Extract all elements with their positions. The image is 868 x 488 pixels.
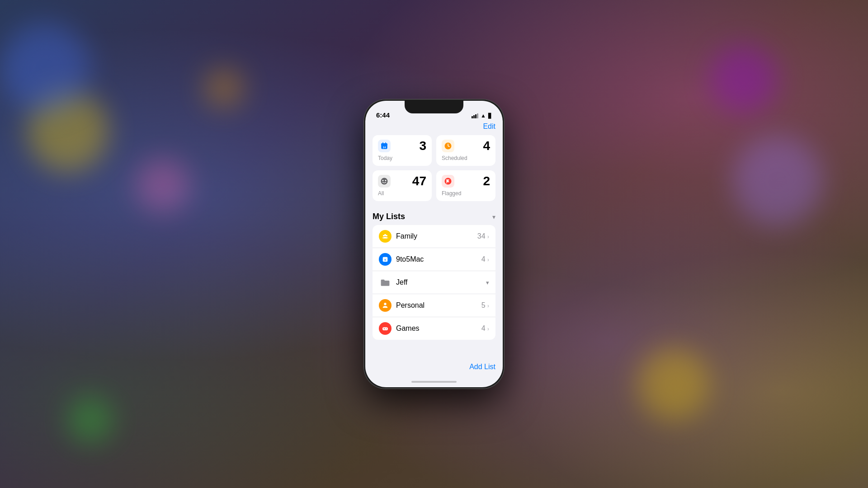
flagged-icon (442, 175, 454, 188)
family-icon (379, 230, 392, 243)
svg-rect-18 (382, 327, 388, 330)
add-list-button[interactable]: Add List (469, 363, 495, 371)
status-icons: ▲ ▊ (472, 113, 492, 119)
my-lists-title: My Lists (373, 212, 405, 221)
list-item-jeff[interactable]: Jeff ▾ (373, 271, 495, 294)
jeff-chevron: ▾ (486, 279, 489, 286)
family-chevron: › (487, 233, 489, 240)
games-count: 4 (481, 324, 486, 333)
flagged-count: 2 (483, 175, 490, 188)
9to5mac-chevron: › (487, 256, 489, 263)
today-label: Today (378, 155, 392, 161)
today-card[interactable]: 14 Today 3 (373, 135, 432, 166)
my-lists-header[interactable]: My Lists ▾ (373, 210, 495, 225)
flagged-card[interactable]: Flagged 2 (436, 170, 495, 201)
9to5mac-name: 9to5Mac (396, 255, 481, 263)
family-count: 34 (477, 232, 486, 240)
home-bar (411, 381, 457, 383)
list-item-9to5mac[interactable]: 9 9to5Mac 4 › (373, 248, 495, 271)
svg-point-14 (386, 235, 387, 236)
smart-lists-grid: 14 Today 3 (373, 135, 495, 201)
scheduled-label: Scheduled (442, 155, 467, 161)
svg-text:14: 14 (383, 146, 386, 149)
svg-rect-2 (381, 144, 387, 145)
wifi-icon: ▲ (481, 113, 486, 119)
list-item-personal[interactable]: Personal 5 › (373, 294, 495, 317)
games-chevron: › (487, 325, 489, 332)
jeff-name: Jeff (396, 278, 486, 286)
all-label: All (378, 190, 391, 197)
svg-point-7 (381, 178, 388, 185)
my-lists-chevron: ▾ (492, 213, 495, 221)
scheduled-count: 4 (483, 140, 490, 152)
home-indicator (365, 378, 503, 387)
jeff-folder-icon (379, 276, 392, 289)
all-count: 47 (412, 175, 426, 188)
battery-icon: ▊ (488, 113, 492, 119)
svg-point-21 (386, 328, 387, 328)
lists-container: Family 34 › 9 9to5Mac 4 (373, 225, 495, 340)
9to5mac-count: 4 (481, 255, 486, 263)
flagged-label: Flagged (442, 190, 461, 197)
family-name: Family (396, 232, 477, 240)
list-item-family[interactable]: Family 34 › (373, 225, 495, 248)
svg-point-8 (382, 180, 384, 181)
all-icon (378, 175, 391, 188)
svg-point-12 (384, 234, 387, 236)
edit-button[interactable]: Edit (483, 122, 495, 131)
svg-point-9 (385, 180, 387, 181)
bottom-bar: Add List (365, 359, 503, 378)
phone-notch (405, 101, 463, 113)
personal-name: Personal (396, 301, 481, 310)
personal-count: 5 (481, 301, 486, 310)
svg-point-17 (384, 303, 386, 305)
list-item-games[interactable]: Games 4 › (373, 317, 495, 340)
scheduled-card[interactable]: Scheduled 4 (436, 135, 495, 166)
all-card[interactable]: All 47 (373, 170, 432, 201)
signal-icon (472, 113, 478, 118)
games-name: Games (396, 324, 481, 333)
9to5mac-icon: 9 (379, 253, 392, 266)
scheduled-icon (442, 140, 454, 152)
personal-chevron: › (487, 302, 489, 309)
svg-point-13 (383, 235, 384, 236)
svg-point-22 (386, 329, 386, 329)
status-time: 6:44 (376, 111, 390, 119)
today-icon: 14 (378, 140, 391, 152)
phone-frame: 6:44 ▲ ▊ Edit (364, 99, 504, 389)
today-count: 3 (419, 140, 426, 152)
games-icon (379, 322, 392, 335)
personal-icon (379, 299, 392, 312)
